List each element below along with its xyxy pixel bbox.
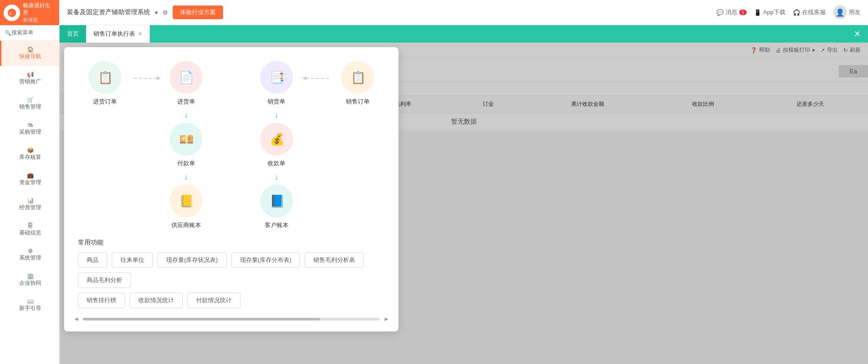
sidebar-item-enterprise[interactable]: 🏢 企业协同 (0, 267, 59, 293)
database-icon: 🗄 (27, 223, 33, 229)
common-functions-buttons-2: 销售排行榜 收款情况统计 付款情况统计 (78, 293, 385, 308)
scroll-left-arrow[interactable]: ◄ (73, 315, 79, 322)
svg-point-0 (8, 8, 16, 16)
sidebar-item-sys-mgmt[interactable]: ⚙ 系统管理 (0, 242, 59, 267)
system-title: 装备及固定资产辅助管理系统 (67, 8, 150, 16)
customer-ledger-label: 客户账本 (265, 221, 289, 229)
btn-receipt-stats[interactable]: 收款情况统计 (130, 293, 183, 308)
sidebar-item-purchase[interactable]: 🛍 采购管理 (0, 116, 59, 141)
common-functions-title: 常用功能 (78, 239, 385, 247)
tab-home[interactable]: 首页 (60, 25, 86, 43)
sidebar-item-basic-info[interactable]: 🗄 基础信息 (0, 217, 59, 242)
experience-btn[interactable]: 体验行业方案 (173, 5, 223, 19)
purchase-bill-icon: 📄 (169, 61, 202, 94)
arrow-sb-to-so: ◀ (304, 78, 331, 79)
flow-customer-ledger[interactable]: 📘 客户账本 (250, 185, 304, 229)
sidebar-item-sales[interactable]: 🛒 销售管理 (0, 91, 59, 116)
flow-receipt-bill[interactable]: 💰 收款单 (250, 123, 304, 168)
flow-modal: 📋 进货订单 ▶ 📄 (64, 47, 399, 331)
sale-order-label: 销售订单 (346, 98, 370, 106)
btn-contacts[interactable]: 往来单位 (112, 252, 153, 268)
chevron-down-icon: ▾ (155, 9, 158, 16)
svg-text:📋: 📋 (351, 70, 366, 85)
btn-goods-profit[interactable]: 商品毛利分析 (78, 272, 131, 288)
sidebar-item-quick-nav[interactable]: 🏠 快捷导航 (0, 41, 59, 66)
headset-icon: 🎧 (793, 9, 800, 16)
sidebar-item-operations[interactable]: 📊 经营管理 (0, 192, 59, 217)
building-icon: 🏢 (27, 273, 34, 279)
arrow-sb-down: ↓ (250, 110, 304, 120)
supplier-ledger-icon: 📒 (169, 185, 202, 217)
sidebar-item-finance[interactable]: 💼 资金管理 (0, 167, 59, 192)
user-menu[interactable]: 👤 用友 (833, 5, 861, 19)
flow-supplier-ledger[interactable]: 📒 供应商账本 (159, 185, 213, 229)
header-right: 💬 消息 5 📱 App下载 🎧 在线客服 👤 用友 Ea (716, 5, 861, 19)
flow-purchase-order[interactable]: 📋 进货订单 (78, 61, 132, 106)
modal-overlay[interactable]: 📋 进货订单 ▶ 📄 (60, 43, 868, 364)
arrow-pb-down: ↓ (159, 110, 213, 120)
settings-button[interactable]: ⚙ (163, 9, 168, 16)
sidebar-item-marketing[interactable]: 📢 营销推广 (0, 66, 59, 91)
svg-text:💴: 💴 (179, 132, 194, 147)
guide-icon: 📖 (27, 298, 34, 304)
app-logo: 6 畅康通好生意 标准版 (0, 0, 59, 25)
system-dropdown[interactable]: ▾ (155, 9, 158, 16)
sidebar: 6 畅康通好生意 标准版 🔍 搜索菜单 🏠 快捷导航 📢 营销推广 🛒 销售管理… (0, 0, 60, 364)
flow-sale-order[interactable]: 📋 销售订单 (331, 61, 385, 106)
supplier-ledger-label: 供应商账本 (171, 221, 201, 229)
settings-icon: ⚙ (28, 248, 33, 254)
search-icon: 🔍 (5, 30, 11, 36)
flow-purchase-bill[interactable]: 📄 进货单 (159, 61, 213, 106)
svg-text:📄: 📄 (179, 70, 194, 85)
purchase-bill-label: 进货单 (177, 98, 195, 106)
purchase-order-label: 进货订单 (93, 98, 117, 106)
arrow-po-to-pb: ▶ (132, 78, 159, 79)
svg-text:📒: 📒 (179, 194, 194, 208)
tab-bar-close-btn[interactable]: ✕ (846, 25, 868, 43)
common-functions-section: 常用功能 商品 往来单位 现存量(库存状况表) 现存量(库存分布表) 销售毛利分… (64, 239, 399, 308)
payment-bill-label: 付款单 (177, 159, 195, 168)
bag-icon: 🛍 (27, 122, 33, 128)
app-download-btn[interactable]: 📱 App下载 (754, 8, 786, 16)
logo-icon: 6 (4, 5, 20, 21)
common-functions-buttons: 商品 往来单位 现存量(库存状况表) 现存量(库存分布表) 销售毛利分析表 商品… (78, 252, 385, 288)
online-service-btn[interactable]: 🎧 在线客服 (793, 8, 826, 16)
sidebar-item-inventory[interactable]: 📦 库存核算 (0, 141, 59, 167)
btn-payment-stats[interactable]: 付款情况统计 (187, 293, 240, 308)
logo-text: 畅康通好生意 标准版 (23, 2, 55, 23)
btn-sales-profit[interactable]: 销售毛利分析表 (305, 252, 364, 268)
sale-bill-label: 销货单 (267, 98, 285, 106)
message-badge: 5 (739, 10, 747, 15)
btn-sales-rank[interactable]: 销售排行榜 (78, 293, 125, 308)
megaphone-icon: 📢 (27, 71, 34, 78)
top-header: 装备及固定资产辅助管理系统 ▾ ⚙ 体验行业方案 💬 消息 5 📱 App下载 … (60, 0, 868, 25)
payment-bill-icon: 💴 (169, 123, 202, 156)
flow-sale-bill[interactable]: 📑 销货单 (250, 61, 304, 106)
btn-stock-dist[interactable]: 现存量(库存分布表) (231, 252, 300, 268)
scroll-thumb[interactable] (83, 318, 321, 321)
wallet-icon: 💼 (27, 172, 34, 179)
flow-payment-bill[interactable]: 💴 付款单 (159, 123, 213, 168)
receipt-bill-label: 收款单 (267, 159, 285, 168)
tab-sales-order[interactable]: 销售订单执行表 ✕ (86, 25, 150, 43)
customer-ledger-icon: 📘 (260, 185, 293, 217)
btn-stock-status[interactable]: 现存量(库存状况表) (158, 252, 227, 268)
tab-close-icon[interactable]: ✕ (138, 31, 142, 37)
chart-icon: 📊 (27, 197, 34, 204)
box-icon: 📦 (27, 147, 34, 153)
scroll-right-arrow[interactable]: ► (383, 315, 389, 322)
sidebar-nav: 🏠 快捷导航 📢 营销推广 🛒 销售管理 🛍 采购管理 📦 库存核算 💼 资金管… (0, 41, 59, 364)
message-btn[interactable]: 💬 消息 5 (716, 8, 747, 16)
btn-goods[interactable]: 商品 (78, 252, 107, 268)
purchase-order-icon: 📋 (88, 61, 121, 94)
search-menu[interactable]: 🔍 搜索菜单 (0, 25, 59, 41)
scroll-track[interactable] (83, 318, 380, 321)
receipt-bill-icon: 💰 (260, 123, 293, 156)
header-left: 装备及固定资产辅助管理系统 ▾ ⚙ 体验行业方案 (67, 5, 223, 19)
sale-bill-icon: 📑 (260, 61, 293, 94)
avatar: 👤 (833, 5, 847, 19)
svg-text:💰: 💰 (270, 132, 285, 147)
arrow-rec-down: ↓ (250, 172, 304, 182)
arrow-pay-down: ↓ (159, 172, 213, 182)
sidebar-item-new-guide[interactable]: 📖 新手引导 (0, 293, 59, 318)
